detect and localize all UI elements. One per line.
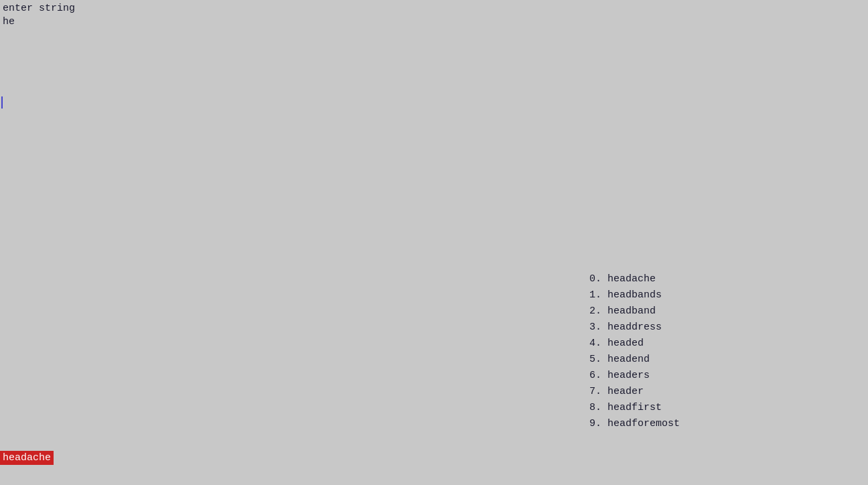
list-item: 8. headfirst — [589, 400, 680, 416]
list-item: 3. headdress — [589, 320, 680, 336]
list-item: 6. headers — [589, 368, 680, 384]
list-item: 0. headache — [589, 271, 680, 287]
list-item: 9. headforemost — [589, 416, 680, 432]
results-list: 0. headache1. headbands2. headband3. hea… — [589, 271, 680, 432]
list-item: 2. headband — [589, 303, 680, 320]
list-item: 1. headbands — [589, 287, 680, 303]
bottom-result-display: headache — [0, 451, 54, 465]
prompt-label: enter string — [3, 3, 75, 14]
list-item: 7. header — [589, 384, 680, 400]
list-item: 4. headed — [589, 336, 680, 352]
input-display: he — [3, 16, 15, 27]
list-item: 5. headend — [589, 352, 680, 368]
text-cursor — [1, 96, 3, 109]
